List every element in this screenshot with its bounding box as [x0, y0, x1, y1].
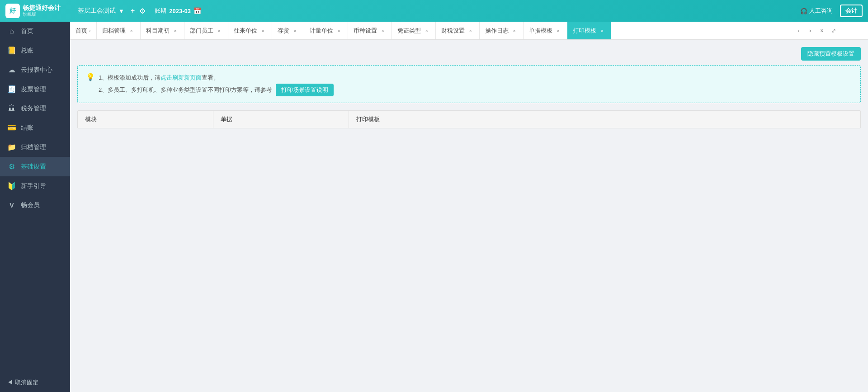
period-label: 账期 [155, 7, 166, 15]
service-label: 人工咨询 [809, 7, 833, 15]
sidebar-item-reports[interactable]: ☁ 云报表中心 [0, 60, 70, 80]
page-content: 隐藏预置模板设置 💡 1、模板添加成功后，请点击刷新新页面查看。 2、多员工、多… [70, 40, 868, 392]
sidebar-label-tax: 税务管理 [21, 104, 46, 113]
info-box: 💡 1、模板添加成功后，请点击刷新新页面查看。 2、多员工、多打印机、多种业务类… [77, 65, 861, 103]
sidebar-item-guide[interactable]: 🔰 新手引导 [0, 176, 70, 196]
tab-label-department: 部门员工 [190, 27, 213, 35]
tab-archive[interactable]: 归档管理 × [97, 22, 141, 40]
tab-close-archive[interactable]: × [128, 28, 135, 34]
top-header: 好 畅捷通好会计 旗舰版 基层工会测试 ▼ + ⚙ 账期 2023-03 📅 🎧… [0, 0, 868, 22]
tab-close-supplier[interactable]: × [260, 28, 266, 34]
tab-close-inventory[interactable]: × [292, 28, 298, 34]
cloud-icon: ☁ [7, 66, 16, 74]
sidebar: ⌂ 首页 📒 总账 ☁ 云报表中心 🧾 发票管理 🏛 税务管理 💳 结账 📁 归… [0, 22, 70, 392]
tab-supplier[interactable]: 往来单位 × [228, 22, 272, 40]
tab-close-single[interactable]: × [555, 28, 561, 34]
tab-label-archive: 归档管理 [102, 27, 126, 35]
tab-bar: 首页 ‹ 归档管理 × 科目期初 × 部门员工 × 往来单位 × 存货 × [70, 22, 868, 40]
hide-template-area: 隐藏预置模板设置 [77, 47, 861, 61]
service-button[interactable]: 🎧 人工咨询 [797, 5, 836, 17]
sidebar-item-checkout[interactable]: 💳 结账 [0, 118, 70, 137]
tab-currency[interactable]: 币种设置 × [348, 22, 392, 40]
tab-print[interactable]: 打印模板 × [567, 22, 611, 40]
tab-nav-next[interactable]: › [805, 25, 816, 36]
sidebar-unpin-button[interactable]: ◀ 取消固定 [0, 373, 70, 392]
tab-close-oplog[interactable]: × [511, 28, 518, 34]
tab-close-department[interactable]: × [216, 28, 222, 34]
tab-label-currency: 币种设置 [354, 27, 377, 35]
tab-oplog[interactable]: 操作日志 × [480, 22, 524, 40]
period-value: 2023-03 [169, 8, 191, 14]
refresh-link[interactable]: 点击刷新新页面 [160, 74, 202, 81]
tab-close-subject[interactable]: × [172, 28, 179, 34]
tab-label-oplog: 操作日志 [485, 27, 509, 35]
tab-label-subject: 科目期初 [146, 27, 170, 35]
col-header-module: 模块 [78, 111, 213, 128]
info-line2-pre: 2、多员工、多打印机、多种业务类型设置不同打印方案等，请参考 [99, 86, 272, 93]
tab-department[interactable]: 部门员工 × [184, 22, 228, 40]
sidebar-item-tax[interactable]: 🏛 税务管理 [0, 99, 70, 118]
tab-taxset[interactable]: 财税设置 × [436, 22, 480, 40]
sidebar-item-invoice[interactable]: 🧾 发票管理 [0, 80, 70, 99]
info-line1: 1、模板添加成功后，请点击刷新新页面查看。 [99, 72, 334, 84]
kuaiji-button[interactable]: 会计 [840, 5, 863, 17]
tab-close-voucher[interactable]: × [424, 28, 430, 34]
sidebar-item-member[interactable]: V 畅会员 [0, 196, 70, 215]
table-header: 模块 单据 打印模板 [77, 110, 861, 128]
tab-inventory[interactable]: 存货 × [272, 22, 304, 40]
tab-expand[interactable]: ⤢ [828, 25, 839, 36]
tab-unit[interactable]: 计量单位 × [304, 22, 348, 40]
sidebar-label-invoice: 发票管理 [21, 85, 46, 94]
ledger-icon: 📒 [7, 46, 16, 55]
tab-nav-buttons: ‹ › × ⤢ [793, 25, 841, 36]
logo-icon: 好 [5, 4, 20, 18]
tab-close-unit[interactable]: × [336, 28, 342, 34]
tab-label-unit: 计量单位 [310, 27, 333, 35]
period-area: 账期 2023-03 📅 [155, 7, 201, 15]
tab-label-supplier: 往来单位 [234, 27, 257, 35]
invoice-icon: 🧾 [7, 85, 16, 94]
info-line2: 2、多员工、多打印机、多种业务类型设置不同打印方案等，请参考 打印场景设置说明 [99, 84, 334, 96]
main-layout: ⌂ 首页 📒 总账 ☁ 云报表中心 🧾 发票管理 🏛 税务管理 💳 结账 📁 归… [0, 22, 868, 392]
sidebar-item-archive[interactable]: 📁 归档管理 [0, 137, 70, 157]
tab-single[interactable]: 单据模板 × [524, 22, 567, 40]
explain-button[interactable]: 打印场景设置说明 [276, 84, 334, 96]
sidebar-item-home[interactable]: ⌂ 首页 [0, 22, 70, 41]
settings-icon[interactable]: ⚙ [139, 7, 146, 15]
logo-area: 好 畅捷通好会计 旗舰版 [5, 4, 69, 18]
tab-close-currency[interactable]: × [380, 28, 386, 34]
sidebar-label-settings: 基础设置 [21, 163, 46, 171]
col-header-document: 单据 [213, 111, 349, 128]
unpin-label: ◀ 取消固定 [7, 378, 38, 387]
settings-icon: ⚙ [7, 162, 16, 171]
guide-icon: 🔰 [7, 182, 16, 190]
tab-label-single: 单据模板 [529, 27, 552, 35]
member-icon: V [7, 202, 16, 209]
tab-label-print: 打印模板 [573, 27, 596, 35]
calendar-icon[interactable]: 📅 [193, 7, 201, 14]
info-line1-pre: 1、模板添加成功后，请 [99, 74, 160, 81]
dropdown-icon: ▼ [118, 8, 124, 14]
sidebar-label-member: 畅会员 [21, 201, 40, 209]
archive-icon: 📁 [7, 143, 16, 151]
sidebar-label-reports: 云报表中心 [21, 66, 52, 74]
sidebar-item-settings[interactable]: ⚙ 基础设置 [0, 157, 70, 176]
tab-subject[interactable]: 科目期初 × [141, 22, 184, 40]
chevron-left-icon: ‹ [89, 28, 91, 33]
hide-template-button[interactable]: 隐藏预置模板设置 [801, 47, 861, 61]
tab-nav-prev[interactable]: ‹ [793, 25, 804, 36]
sidebar-label-archive: 归档管理 [21, 143, 46, 151]
company-selector[interactable]: 基层工会测试 ▼ + ⚙ [74, 5, 149, 17]
tab-home[interactable]: 首页 ‹ [70, 22, 97, 40]
tab-close-print[interactable]: × [599, 28, 605, 34]
bulb-icon: 💡 [86, 73, 95, 81]
tab-voucher[interactable]: 凭证类型 × [392, 22, 436, 40]
add-icon[interactable]: + [131, 7, 135, 15]
checkout-icon: 💳 [7, 123, 16, 132]
tab-close-taxset[interactable]: × [467, 28, 474, 34]
col-header-template: 打印模板 [349, 111, 860, 128]
tab-close-all[interactable]: × [816, 25, 827, 36]
sidebar-item-ledger[interactable]: 📒 总账 [0, 41, 70, 60]
sidebar-label-guide: 新手引导 [21, 182, 46, 190]
headset-icon: 🎧 [800, 8, 807, 14]
